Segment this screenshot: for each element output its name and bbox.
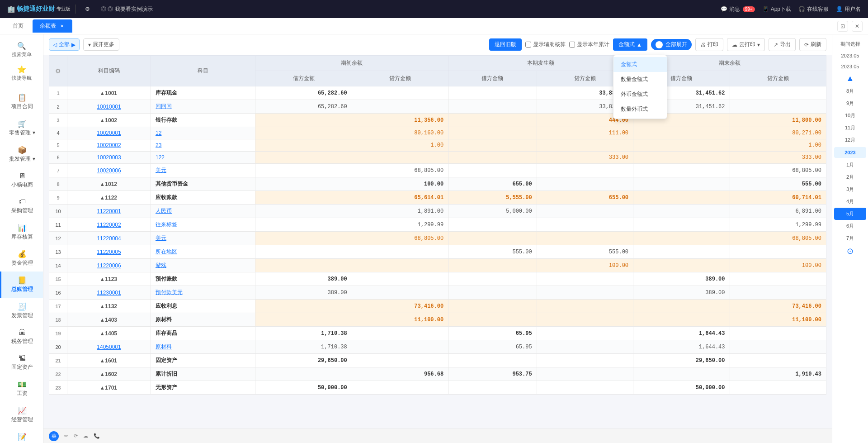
row-name[interactable]: 美元: [151, 232, 255, 245]
row-name[interactable]: 无形资产: [151, 381, 255, 395]
row-name[interactable]: 预付款美元: [151, 286, 255, 300]
refresh-btn[interactable]: ⟳ 刷新: [799, 38, 826, 51]
row-name[interactable]: 122: [151, 152, 255, 164]
row-code[interactable]: 11220006: [67, 259, 151, 272]
show-ytd-checkbox[interactable]: 显示本年累计: [569, 41, 609, 48]
bottom-edit-btn[interactable]: ✏: [64, 433, 68, 439]
row-code[interactable]: 10020003: [67, 152, 151, 164]
sidebar-item-general[interactable]: 📒 总账管理: [0, 272, 43, 298]
period-dec[interactable]: 12月: [832, 134, 868, 146]
table-row[interactable]: 20 14050001 原材料 1,710.38 65.95 1,644.43: [49, 340, 826, 354]
row-code[interactable]: ▴ 1132: [67, 300, 151, 313]
sidebar-item-purchase[interactable]: 🏷 采购管理: [0, 193, 43, 219]
sidebar-item-tax[interactable]: 🏛 税务管理: [0, 324, 43, 350]
row-name[interactable]: 原材料: [151, 340, 255, 354]
win-close-btn[interactable]: ✕: [852, 21, 863, 32]
sidebar-quick-nav[interactable]: ⭐ 快捷导航: [12, 62, 32, 85]
row-name[interactable]: 人民币: [151, 205, 255, 218]
table-row[interactable]: 21 ▴ 1601 固定资产 29,650.00 29,650.00: [49, 354, 826, 367]
row-code[interactable]: ▴ 1602: [67, 367, 151, 381]
row-name[interactable]: 美元: [151, 164, 255, 177]
row-code[interactable]: 11220004: [67, 232, 151, 245]
row-code[interactable]: ▴ 1122: [67, 191, 151, 205]
row-code[interactable]: 11230001: [67, 286, 151, 300]
format-option-qty-foreign[interactable]: 数量外币式: [613, 102, 667, 117]
table-row[interactable]: 12 11220004 美元 68,805.00 68,805.00: [49, 232, 826, 245]
table-row[interactable]: 15 ▴ 1123 预付账款 389.00 389.00: [49, 272, 826, 286]
row-code[interactable]: 11220005: [67, 245, 151, 259]
sidebar-item-operations[interactable]: 📈 经营管理: [0, 402, 43, 428]
bottom-sync-btn[interactable]: ⟳: [74, 433, 78, 439]
row-code[interactable]: ▴ 1123: [67, 272, 151, 286]
app-download-btn[interactable]: 📱 App下载: [762, 5, 791, 13]
row-name[interactable]: 固定资产: [151, 354, 255, 367]
row-code[interactable]: ▴ 1012: [67, 177, 151, 191]
table-row[interactable]: 5 10020002 23 1.00 1.00: [49, 139, 826, 152]
format-option-foreign-amount[interactable]: 外币金额式: [613, 87, 667, 102]
win-restore-btn[interactable]: ⊡: [837, 21, 848, 32]
row-name[interactable]: 预付账款: [151, 272, 255, 286]
table-row[interactable]: 4 10020001 12 80,160.00 111.00 80,271.00: [49, 127, 826, 139]
row-name[interactable]: 累计折旧: [151, 367, 255, 381]
bottom-cloud-btn[interactable]: ☁: [83, 433, 88, 439]
th-settings[interactable]: ⚙: [49, 56, 67, 86]
table-row[interactable]: 13 11220005 所在地区 555.00 555.00: [49, 245, 826, 259]
period-sep[interactable]: 9月: [832, 97, 868, 110]
ytd-check[interactable]: [569, 42, 575, 48]
row-name[interactable]: 回回回: [151, 100, 255, 114]
row-name[interactable]: 银行存款: [151, 114, 255, 127]
row-code[interactable]: 11220002: [67, 218, 151, 232]
table-row[interactable]: 14 11220006 游戏 100.00 100.00: [49, 259, 826, 272]
row-name[interactable]: 游戏: [151, 259, 255, 272]
sidebar-item-project[interactable]: 📋 项目合同: [0, 89, 43, 115]
auxiliary-check[interactable]: [525, 42, 531, 48]
table-row[interactable]: 6 10020003 122 333.00 333.00: [49, 152, 826, 164]
row-name[interactable]: 23: [151, 139, 255, 152]
row-code[interactable]: ▴ 1405: [67, 327, 151, 340]
sidebar-item-inventory[interactable]: 📊 库存核算: [0, 219, 43, 245]
tab-home[interactable]: 首页: [5, 19, 31, 33]
row-code[interactable]: 10020002: [67, 139, 151, 152]
bottom-phone-btn[interactable]: 📞: [94, 433, 100, 439]
table-row[interactable]: 22 ▴ 1602 累计折旧 956.68 953.75 1,910.43: [49, 367, 826, 381]
sidebar-item-wholesale[interactable]: 📦 批发管理 ▾: [0, 141, 43, 167]
period-down-arrow[interactable]: ⊙: [847, 246, 854, 256]
period-year-2023[interactable]: 2023: [834, 147, 866, 158]
format-option-amount[interactable]: 金额式: [613, 57, 667, 72]
period-apr[interactable]: 4月: [832, 195, 868, 208]
table-row[interactable]: 19 ▴ 1405 库存商品 1,710.38 65.95 1,644.43: [49, 327, 826, 340]
row-name[interactable]: 往来标签: [151, 218, 255, 232]
row-code[interactable]: ▴ 1701: [67, 381, 151, 395]
sidebar-item-invoice[interactable]: 🧾 发票管理: [0, 298, 43, 324]
row-name[interactable]: 库存现金: [151, 86, 255, 100]
row-name[interactable]: 其他货币资金: [151, 177, 255, 191]
sidebar-item-salary[interactable]: 💵 工资: [0, 376, 43, 402]
breadcrumb-right-arrow[interactable]: ▶: [71, 42, 75, 48]
row-code[interactable]: ▴ 1403: [67, 313, 151, 327]
period-may-active[interactable]: 5月: [834, 208, 866, 220]
row-name[interactable]: 应收利息: [151, 300, 255, 313]
period-jan[interactable]: 1月: [832, 159, 868, 171]
period-2023-05-start[interactable]: 2023.05: [832, 50, 868, 61]
sidebar-item-ecommerce[interactable]: 🖥 小畅电商: [0, 167, 43, 193]
format-dropdown-btn[interactable]: 金额式 ▲: [613, 38, 647, 51]
back-old-version-btn[interactable]: 退回旧版: [489, 38, 522, 51]
bottom-lang-btn[interactable]: 英: [49, 431, 59, 441]
row-code[interactable]: ▴ 1002: [67, 114, 151, 127]
row-name[interactable]: 12: [151, 127, 255, 139]
table-row[interactable]: 11 11220002 往来标签 1,299.99 1,299.99: [49, 218, 826, 232]
row-code[interactable]: 10020006: [67, 164, 151, 177]
period-jul[interactable]: 7月: [832, 232, 868, 244]
period-oct[interactable]: 10月: [832, 110, 868, 122]
cloud-print-btn[interactable]: ☁ 云打印 ▾: [727, 38, 765, 51]
period-feb[interactable]: 2月: [832, 171, 868, 183]
row-name[interactable]: 库存商品: [151, 327, 255, 340]
period-jun[interactable]: 6月: [832, 220, 868, 232]
table-row[interactable]: 16 11230001 预付款美元 389.00 389.00: [49, 286, 826, 300]
table-row[interactable]: 23 ▴ 1701 无形资产 50,000.00 50,000.00: [49, 381, 826, 395]
row-name[interactable]: 应收账款: [151, 191, 255, 205]
period-up-arrow[interactable]: ▲: [846, 74, 854, 83]
row-code[interactable]: 14050001: [67, 340, 151, 354]
print-btn[interactable]: 🖨 打印: [695, 38, 723, 51]
breadcrumb-all[interactable]: ◁ 全部 ▶: [49, 38, 80, 51]
